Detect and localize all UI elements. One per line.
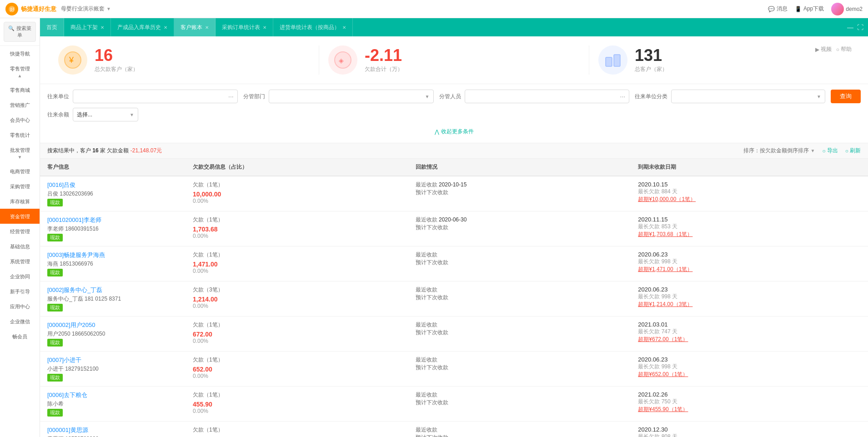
sort-chevron-icon: ▼ <box>811 148 815 153</box>
user-menu[interactable]: demo2 <box>831 3 863 15</box>
sidebar-item-quick-nav[interactable]: 快捷导航 <box>0 46 40 61</box>
store-select[interactable]: 母婴行业演示账套 ▼ <box>61 5 111 13</box>
balance-select[interactable]: 选择... ▼ <box>73 108 138 121</box>
export-btn[interactable]: ○ 导出 <box>823 147 838 155</box>
dept-select[interactable]: ▼ <box>269 90 434 103</box>
recovery-cell-6: 最近收款 预计下次收款 <box>416 391 638 407</box>
sidebar-item-quick-nav-label: 快捷导航 <box>3 50 37 57</box>
search-menu-btn[interactable]: 🔍 搜索菜单 <box>4 22 36 42</box>
tab-inbound-stats-close-icon[interactable]: ✕ <box>342 25 346 30</box>
help-btn[interactable]: ○ 帮助 <box>836 45 852 53</box>
tab-goods-close-icon[interactable]: ✕ <box>100 25 104 30</box>
tab-purchase-order[interactable]: 采购订单统计表 ✕ <box>216 18 273 36</box>
sidebar-item-finance[interactable]: 资金管理 <box>0 209 40 224</box>
tab-customer-account[interactable]: 客户账本 ✕ <box>174 18 216 36</box>
unit-category-select[interactable]: ▼ <box>671 90 825 103</box>
next-payment-6: 预计下次收款 <box>416 399 638 407</box>
sort-select[interactable]: 排序：按欠款金额倒序排序 ▼ <box>743 147 815 155</box>
svg-rect-6 <box>606 57 612 66</box>
sidebar-item-retail-mall[interactable]: 零售商城 <box>0 82 40 97</box>
tab-maximize-icon[interactable]: ⛶ <box>857 24 863 31</box>
customer-link-6[interactable]: [0006]去下粮仓 <box>47 392 87 398</box>
tab-inbound-stats[interactable]: 进货单统计表（按商品） ✕ <box>273 18 353 36</box>
due-date-0: 2020.10.15 <box>638 181 861 188</box>
tab-customer-account-close-icon[interactable]: ✕ <box>205 25 209 30</box>
overdue-amount-link-0[interactable]: 超期¥10,000.00（1笔） <box>638 196 696 202</box>
sidebar-item-marketing[interactable]: 营销推广 <box>0 97 40 112</box>
app-download-btn[interactable]: 📱 App下载 <box>795 5 824 13</box>
filter-item-balance: 往来余额 选择... ▼ <box>47 108 138 121</box>
from-unit-input[interactable]: ··· <box>73 90 238 103</box>
collapse-btn[interactable]: ⋀ 收起更多条件 <box>47 126 861 137</box>
debt-amount-6: 455.90 <box>193 401 416 408</box>
debt-cell-3: 欠款（3笔） 1,214.00 0.00% <box>193 286 416 309</box>
customer-phone-4: 用户2050 18665062050 <box>47 330 193 338</box>
query-button[interactable]: 查询 <box>831 90 861 103</box>
tab-goods-label: 商品上下架 <box>70 24 98 31</box>
debt-count-4: 欠款（1笔） <box>193 321 416 329</box>
sidebar-item-operations[interactable]: 经营管理 <box>0 224 40 239</box>
sidebar-item-new-guide[interactable]: 新手引导 <box>0 284 40 299</box>
next-payment-0: 预计下次收款 <box>416 189 638 196</box>
due-date-4: 2021.03.01 <box>638 321 861 328</box>
sidebar-item-batch-mgmt[interactable]: 批发管理 ▼ <box>0 142 40 164</box>
filter-item-unit-category: 往来单位分类 ▼ <box>635 90 825 103</box>
due-date-cell-1: 2020.11.15 最长欠款 853 天 超期¥1,703.68（1笔） <box>638 216 861 238</box>
overdue-amount-link-4[interactable]: 超期¥672.00（1笔） <box>638 336 688 342</box>
sidebar: 🔍 搜索菜单 快捷导航 零售管理 ▲ 零售商城 营销推广 会员中心 零售统计 <box>0 18 40 437</box>
due-date-cell-7: 2020.12.30 最长欠款 808 天 超期¥429.00（1笔） <box>638 426 861 437</box>
overdue-amount-link-5[interactable]: 超期¥652.00（1笔） <box>638 371 688 377</box>
sidebar-item-basic-info[interactable]: 基础信息 <box>0 239 40 254</box>
customer-link-7[interactable]: [000001]黄思源 <box>47 427 88 433</box>
message-btn[interactable]: 💬 消息 <box>768 5 788 13</box>
results-prefix: 搜索结果中，客户 <box>47 147 91 154</box>
refresh-btn[interactable]: ○ 刷新 <box>845 147 861 155</box>
sidebar-item-enterprise-collab[interactable]: 企业协同 <box>0 269 40 284</box>
debt-count-1: 欠款（1笔） <box>193 216 416 224</box>
customer-link-2[interactable]: [0003]畅捷服务尹海燕 <box>47 251 105 258</box>
tab-goods[interactable]: 商品上下架 ✕ <box>64 18 111 36</box>
overdue-amount-link-2[interactable]: 超期¥1,471.00（1笔） <box>638 266 692 272</box>
sidebar-item-app-center[interactable]: 应用中心 <box>0 299 40 314</box>
tab-production-close-icon[interactable]: ✕ <box>164 25 167 30</box>
customer-link-0[interactable]: [0016]吕俊 <box>47 181 75 188</box>
customer-phone-3: 服务中心_丁磊 181 0125 8371 <box>47 295 193 303</box>
refresh-label: 刷新 <box>850 147 861 155</box>
sidebar-item-member[interactable]: 畅会员 <box>0 329 40 344</box>
results-bar: 搜索结果中，客户 16 家 欠款金额 -21,148.07元 排序：按欠款金额倒… <box>40 143 868 159</box>
sidebar-item-retail-mgmt[interactable]: 零售管理 ▲ <box>0 61 40 82</box>
sidebar-item-ecommerce-label: 电商管理 <box>3 168 37 175</box>
video-btn[interactable]: ▶ 视频 <box>815 45 832 53</box>
tab-production[interactable]: 产成品入库单历史 ✕ <box>111 18 174 36</box>
tab-purchase-order-close-icon[interactable]: ✕ <box>263 25 266 30</box>
overdue-amount-link-6[interactable]: 超期¥455.90（1笔） <box>638 406 688 412</box>
customer-link-4[interactable]: [000002]用户2050 <box>47 321 95 328</box>
tab-production-label: 产成品入库单历史 <box>117 24 161 31</box>
sidebar-item-enterprise-wx[interactable]: 企业微信 <box>0 314 40 329</box>
debt-percent-3: 0.00% <box>193 303 416 309</box>
dept-label: 分管部门 <box>243 93 265 100</box>
sort-label: 排序：按欠款金额倒序排序 <box>743 147 809 155</box>
sidebar-item-ecommerce[interactable]: 电商管理 <box>0 164 40 179</box>
tab-home[interactable]: 首页 <box>40 18 64 36</box>
sidebar-item-purchase-mgmt[interactable]: 采购管理 <box>0 179 40 194</box>
debt-amount-0: 10,000.00 <box>193 191 416 198</box>
customer-link-1[interactable]: [0001020001]李老师 <box>47 216 101 223</box>
due-date-2: 2020.06.23 <box>638 251 861 258</box>
sidebar-arrow-icon2: ▼ <box>18 155 22 160</box>
sidebar-item-member-center[interactable]: 会员中心 <box>0 112 40 127</box>
sidebar-item-system-mgmt[interactable]: 系统管理 <box>0 254 40 269</box>
overdue-amount-link-1[interactable]: 超期¥1,703.68（1笔） <box>638 231 692 237</box>
overdue-amount-link-3[interactable]: 超期¥1,214.00（3笔） <box>638 301 692 307</box>
customer-phone-0: 吕俊 13026203696 <box>47 190 193 198</box>
tab-minimize-icon[interactable]: — <box>847 24 853 31</box>
sidebar-item-retail-stats[interactable]: 零售统计 <box>0 127 40 142</box>
summary-debt-customers-value: 16 <box>95 47 138 64</box>
customer-link-5[interactable]: [0007]小进干 <box>47 357 81 363</box>
recovery-cell-5: 最近收款 预计下次收款 <box>416 356 638 372</box>
customer-link-3[interactable]: [0002]服务中心_丁磊 <box>47 286 102 293</box>
tab-purchase-order-label: 采购订单统计表 <box>222 24 260 31</box>
overdue-days-6: 最长欠款 750 天 <box>638 398 861 406</box>
sidebar-item-inventory[interactable]: 库存核算 <box>0 194 40 209</box>
manager-input[interactable]: ··· <box>465 90 630 103</box>
